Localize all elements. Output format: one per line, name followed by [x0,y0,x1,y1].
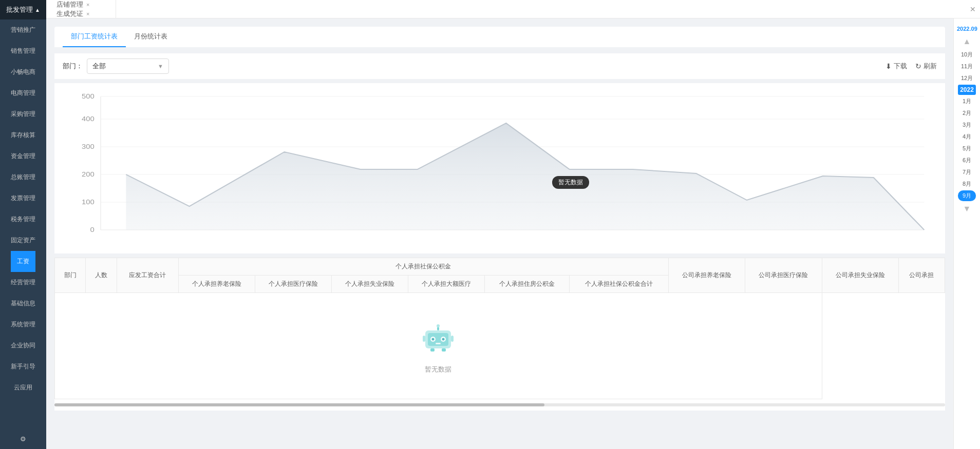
horizontal-scrollbar-track[interactable] [54,403,945,406]
timeline-current-year[interactable]: 2022.09 [954,25,980,33]
tab-close-shop_mgmt[interactable]: × [86,2,89,8]
sidebar-item-zzgl[interactable]: 总账管理 [11,167,35,188]
th-company-medical: 公司承担医疗保险 [745,258,822,293]
timeline-entry-5月[interactable]: 5月 [958,143,976,154]
data-table: 部门 人数 应发工资合计 个人承担社保公积金 公司承担养老保险 公司承担医疗保险… [54,258,945,399]
timeline-entry-2022[interactable]: 2022 [958,85,976,95]
dept-label: 部门： [63,62,83,71]
timeline-entry-9月[interactable]: 9月 [958,190,976,201]
svg-rect-26 [442,348,446,352]
th-dept: 部门 [55,258,86,293]
th-personal-unemployment: 个人承担失业保险 [331,276,408,293]
svg-text:500: 500 [82,93,95,100]
svg-text:0: 0 [90,226,94,233]
settings-icon: ⚙ [20,435,26,443]
timeline-entry-3月[interactable]: 3月 [958,120,976,130]
chart-container: 0 100 200 300 400 500 [54,83,945,253]
chart-area: 0 100 200 300 400 500 [63,91,937,245]
th-total-salary: 应发工资合计 [117,258,178,293]
th-personal-group: 个人承担社保公积金 [178,258,669,276]
horizontal-scrollbar-thumb[interactable] [54,403,544,406]
sidebar-item-dsgf[interactable]: 电商管理 [11,83,35,104]
tab-shop_mgmt[interactable]: 店铺管理× [50,0,116,9]
sidebar-item-xtgl[interactable]: 系统管理 [11,314,35,335]
timeline-entry-2月[interactable]: 2月 [958,108,976,119]
refresh-label: 刷新 [924,62,937,71]
sidebar-items: 营销推广销售管理小畅电商电商管理采购管理库存核算资金管理总账管理发票管理税务管理… [11,19,35,398]
sidebar-item-qyxt[interactable]: 企业协同 [11,335,35,356]
timeline-panel: 2022.09 ▲ 10月11月12月20221月2月3月4月5月6月7月8月9… [953,18,980,449]
timeline-entries: 10月11月12月20221月2月3月4月5月6月7月8月9月 [958,48,976,202]
chart-svg: 0 100 200 300 400 500 [63,91,937,245]
th-company-other: 公司承担 [898,258,945,293]
sidebar-item-cggl[interactable]: 采购管理 [11,104,35,125]
sub-tabs: 部门工资统计表 月份统计表 [54,27,945,47]
dept-select-box[interactable]: 全部 ▼ [87,58,169,74]
svg-point-22 [437,324,440,327]
sidebar-collapse-icon: ▲ [35,7,40,13]
empty-state: 暂无数据 [61,297,816,395]
sidebar-item-kche[interactable]: 库存核算 [11,125,35,146]
tab-label-shop_mgmt: 店铺管理 [56,0,83,9]
tab-month-stat[interactable]: 月份统计表 [126,27,176,47]
th-company-unemployment: 公司承担失业保险 [822,258,898,293]
timeline-entry-10月[interactable]: 10月 [958,49,976,60]
timeline-entry-4月[interactable]: 4月 [958,131,976,142]
tab-dept-stat[interactable]: 部门工资统计表 [63,27,126,47]
tab-close-all-icon[interactable]: ✕ [970,5,976,13]
sidebar-item-swgl[interactable]: 税务管理 [11,209,35,230]
empty-icon [418,318,459,359]
content-area: 部门工资统计表 月份统计表 部门： 全部 ▼ ⬇ [46,18,980,449]
svg-text:300: 300 [82,143,95,150]
sidebar-item-xsgl[interactable]: 销售管理 [11,41,35,62]
timeline-nav-down[interactable]: ▼ [961,202,973,216]
tab-gen_voucher[interactable]: 生成凭证× [50,9,116,18]
tabs-container: 首页门店商品目录×销货单×店铺管理×生成凭证×应收应付调整单×工资表×工资统计报… [50,0,116,18]
sidebar-header[interactable]: 批发管理 ▲ [0,0,46,19]
svg-text:200: 200 [82,171,95,178]
sidebar-item-xcdsc[interactable]: 小畅电商 [11,62,35,83]
timeline-entry-12月[interactable]: 12月 [958,73,976,84]
sidebar-item-jygl[interactable]: 经营管理 [11,272,35,293]
timeline-entry-6月[interactable]: 6月 [958,155,976,166]
timeline-entry-1月[interactable]: 1月 [958,96,976,107]
table-wrapper: 部门 人数 应发工资合计 个人承担社保公积金 公司承担养老保险 公司承担医疗保险… [54,258,945,411]
timeline-entry-8月[interactable]: 8月 [958,179,976,189]
download-label: 下载 [894,62,907,71]
sidebar-item-gdzy[interactable]: 固定资产 [11,230,35,251]
toolbar-right: ⬇ 下载 ↻ 刷新 [885,62,937,71]
chevron-down-icon: ▼ [158,63,163,69]
sidebar-item-fpgl[interactable]: 发票管理 [11,188,35,209]
dept-select: 部门： 全部 ▼ [63,58,169,74]
download-button[interactable]: ⬇ 下载 [885,62,907,71]
chart-tooltip: 暂无数据 [552,176,589,189]
th-personal-medical: 个人承担医疗保险 [255,276,331,293]
svg-text:100: 100 [82,199,95,205]
timeline-entry-11月[interactable]: 11月 [958,61,976,72]
svg-point-19 [442,338,445,341]
timeline-nav-up[interactable]: ▲ [961,35,973,48]
sidebar-item-xsyg[interactable]: 新手引导 [11,356,35,377]
svg-rect-24 [451,336,454,342]
refresh-button[interactable]: ↻ 刷新 [915,62,937,71]
svg-rect-21 [437,327,439,330]
tab-bar: 首页门店商品目录×销货单×店铺管理×生成凭证×应收应付调整单×工资表×工资统计报… [46,0,980,18]
sidebar-item-jcxx[interactable]: 基础信息 [11,293,35,314]
tab-label-gen_voucher: 生成凭证 [56,9,83,18]
sidebar-item-zjgl[interactable]: 资金管理 [11,146,35,167]
th-personal-total: 个人承担社保公积金合计 [569,276,669,293]
refresh-icon: ↻ [915,62,921,70]
svg-text:400: 400 [82,115,95,122]
sidebar-item-yxtt[interactable]: 营销推广 [11,19,35,41]
timeline-entry-7月[interactable]: 7月 [958,167,976,178]
no-data-row: 暂无数据 [55,293,822,399]
th-personal-major-medical: 个人承担大额医疗 [408,276,485,293]
toolbar-left: 部门： 全部 ▼ [63,58,169,74]
th-personal-housing: 个人承担住房公积金 [485,276,569,293]
sidebar-item-gz[interactable]: 工资 [11,251,35,272]
sidebar-item-yyyp[interactable]: 云应用 [11,377,35,398]
tab-close-gen_voucher[interactable]: × [86,11,89,17]
sidebar: 批发管理 ▲ 营销推广销售管理小畅电商电商管理采购管理库存核算资金管理总账管理发… [0,0,46,449]
dept-value: 全部 [92,62,106,71]
sidebar-settings[interactable]: ⚙ [0,429,46,449]
